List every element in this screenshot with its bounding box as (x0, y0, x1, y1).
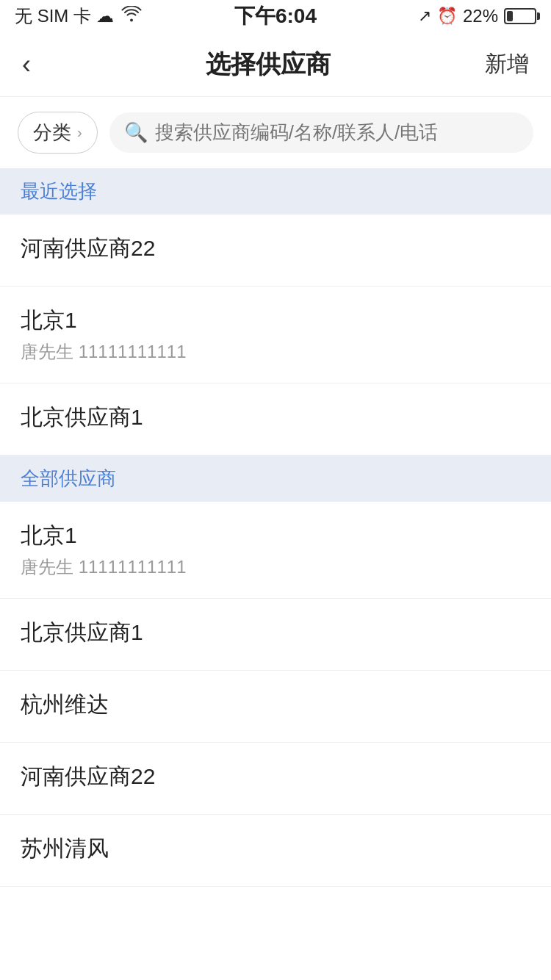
battery-percent: 22% (463, 6, 498, 26)
nav-bar: ‹ 选择供应商 新增 (0, 32, 551, 97)
item-name: 北京供应商1 (21, 618, 530, 648)
chevron-right-icon: › (77, 124, 82, 141)
status-bar: 无 SIM 卡 ☁ 下午6:04 ↗ ⏰ 22% (0, 0, 551, 32)
all-section-label: 全部供应商 (21, 467, 116, 489)
list-item[interactable]: 杭州维达 (0, 671, 551, 743)
all-section-header: 全部供应商 (0, 455, 551, 502)
search-icon: 🔍 (124, 121, 148, 144)
item-name: 河南供应商22 (21, 762, 530, 792)
list-item[interactable]: 北京1 唐先生 11111111111 (0, 502, 551, 599)
item-sub: 唐先生 11111111111 (21, 555, 530, 579)
item-name: 苏州清风 (21, 834, 530, 864)
category-filter-button[interactable]: 分类 › (18, 112, 98, 154)
list-item[interactable]: 北京供应商1 (0, 383, 551, 455)
recent-items-list: 河南供应商22 北京1 唐先生 11111111111 北京供应商1 (0, 215, 551, 455)
recent-section-label: 最近选择 (21, 180, 97, 202)
status-bar-right: ↗ ⏰ 22% (418, 6, 536, 26)
item-sub: 唐先生 11111111111 (21, 340, 530, 364)
search-bar[interactable]: 🔍 (109, 112, 533, 153)
wifi-icon (121, 6, 142, 26)
item-name: 杭州维达 (21, 690, 530, 720)
recent-section-header: 最近选择 (0, 168, 551, 215)
list-item[interactable]: 北京供应商1 (0, 599, 551, 671)
battery-icon (504, 8, 536, 24)
back-button[interactable]: ‹ (22, 49, 66, 80)
item-name: 北京1 (21, 521, 530, 551)
list-item[interactable]: 苏州清风 (0, 815, 551, 887)
all-items-list: 北京1 唐先生 11111111111 北京供应商1 杭州维达 河南供应商22 … (0, 502, 551, 887)
list-item[interactable]: 河南供应商22 (0, 215, 551, 287)
alarm-icon: ⏰ (437, 7, 457, 26)
add-button[interactable]: 新增 (470, 49, 529, 79)
search-input[interactable] (155, 121, 519, 144)
item-name: 北京1 (21, 306, 530, 336)
status-bar-time: 下午6:04 (234, 2, 317, 30)
page-title: 选择供应商 (206, 48, 331, 82)
sim-status: 无 SIM 卡 ☁ (15, 4, 114, 28)
category-label: 分类 (33, 120, 71, 145)
filter-bar: 分类 › 🔍 (0, 97, 551, 168)
item-name: 北京供应商1 (21, 403, 530, 433)
location-icon: ↗ (418, 7, 431, 26)
list-item[interactable]: 北京1 唐先生 11111111111 (0, 287, 551, 383)
item-name: 河南供应商22 (21, 234, 530, 264)
list-item[interactable]: 河南供应商22 (0, 743, 551, 815)
status-bar-left: 无 SIM 卡 ☁ (15, 4, 142, 28)
